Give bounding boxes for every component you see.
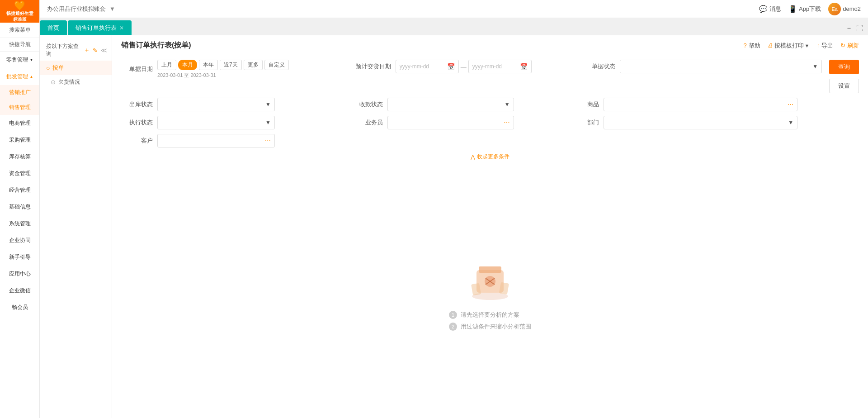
sidebar-item-wechat[interactable]: 企业微信 [0, 282, 39, 299]
tag-last-7[interactable]: 近7天 [220, 60, 242, 70]
collapse-panel-icon[interactable]: ≪ [100, 47, 107, 54]
export-label: 导出 [821, 42, 833, 50]
salesman-more-icon[interactable]: ··· [504, 119, 509, 127]
app-download-btn[interactable]: 📱 App下载 [788, 5, 821, 13]
goods-input[interactable]: ··· [604, 98, 797, 111]
edit-scheme-icon[interactable]: ✎ [93, 47, 98, 54]
date-to-input[interactable]: yyyy-mm-dd 📅 [468, 60, 532, 73]
tag-more[interactable]: 更多 [244, 60, 263, 70]
tip-num-1: 1 [449, 311, 457, 319]
tip-text-2: 用过滤条件来缩小分析范围 [461, 323, 531, 331]
tag-last-month[interactable]: 上月 [157, 60, 176, 70]
tag-this-year[interactable]: 本年 [199, 60, 218, 70]
collapse-btn[interactable]: ⋀ 收起更多条件 [121, 150, 859, 163]
query-button[interactable]: 查询 [829, 60, 859, 74]
sidebar-item-wholesale[interactable]: 批发管理 [0, 68, 39, 85]
dropdown-icon[interactable]: ▼ [109, 5, 115, 12]
print-dropdown-icon[interactable]: ▼ [805, 43, 810, 48]
sidebar-item-enterprise[interactable]: 企业协同 [0, 232, 39, 249]
sidebar-item-label: 资金管理 [9, 170, 31, 177]
page-content: 按以下方案查询 ＋ ✎ ≪ ○ 按单 ⊙ 欠货情况 销售订单执行表(按单) [40, 35, 868, 418]
calendar-from-icon[interactable]: 📅 [447, 63, 455, 70]
sidebar-item-ecommerce[interactable]: 电商管理 [0, 115, 39, 132]
sidebar-item-label: 批发管理 [6, 73, 28, 81]
tabbar-actions: － ⛶ [845, 24, 868, 35]
topbar-module: 办公用品行业模拟账套 ▼ [47, 5, 115, 13]
tag-custom[interactable]: 自定义 [264, 60, 289, 70]
tab-label: 销售订单执行表 [75, 24, 117, 32]
left-panel-icons: ＋ ✎ ≪ [84, 46, 107, 54]
sidebar-item-appstore[interactable]: 应用中心 [0, 266, 39, 282]
tab-close-icon[interactable]: ✕ [119, 25, 124, 31]
goods-label: 商品 [572, 100, 604, 109]
sidebar-item-label: 采购管理 [9, 136, 31, 144]
sidebar-item-marketing[interactable]: 营销推广 [0, 85, 39, 100]
user-label: demo2 [843, 5, 861, 12]
salesman-label: 业务员 [347, 119, 387, 127]
date-from-input[interactable]: yyyy-mm-dd 📅 [396, 60, 459, 73]
filter-area: 单据日期 上月 本月 本年 近7天 更多 自定义 2023-03-01 至 20… [112, 54, 868, 169]
sidebar-nav[interactable]: 快捷导航 [0, 38, 39, 52]
collapse-icon: ⋀ [471, 154, 475, 160]
sidebar-item-newbie[interactable]: 新手引导 [0, 249, 39, 266]
main-area: 办公用品行业模拟账套 ▼ 💬 消息 📱 App下载 Ea demo2 首页 销售… [40, 0, 868, 418]
payment-select[interactable]: ▼ [387, 98, 514, 111]
refresh-btn[interactable]: ↻ 刷新 [840, 42, 859, 50]
doc-status-select[interactable]: ▼ [620, 60, 822, 73]
settings-button[interactable]: 设置 [829, 79, 859, 93]
tip-num-2: 2 [449, 323, 457, 331]
goods-more-icon[interactable]: ··· [788, 100, 793, 109]
tag-current-month[interactable]: 本月 [178, 60, 197, 70]
date-range-group: yyyy-mm-dd 📅 — yyyy-mm-dd 📅 [396, 60, 532, 73]
add-scheme-icon[interactable]: ＋ [84, 46, 90, 54]
sidebar-item-inventory[interactable]: 库存核算 [0, 148, 39, 165]
sidebar-item-finance[interactable]: 资金管理 [0, 165, 39, 182]
left-panel-item-debt[interactable]: ⊙ 欠货情况 [40, 75, 112, 89]
dept-label: 部门 [572, 119, 604, 127]
sidebar-menu: 零售管理 批发管理 营销推广 销售管理 电商管理 采购管理 库存核算 资金管理 … [0, 52, 39, 316]
empty-illustration [463, 256, 517, 302]
exec-status-select[interactable]: ▼ [157, 116, 275, 129]
refresh-icon: ↻ [840, 42, 845, 49]
left-panel-item-press[interactable]: ○ 按单 [40, 61, 112, 75]
sidebar-item-purchase[interactable]: 采购管理 [0, 132, 39, 148]
customer-more-icon[interactable]: ··· [265, 137, 271, 145]
sidebar-search[interactable]: 搜索菜单 [0, 23, 39, 38]
sidebar-item-label: 库存核算 [9, 153, 31, 161]
outbound-select[interactable]: ▼ [157, 98, 275, 111]
exec-status-label: 执行状态 [121, 119, 157, 127]
sidebar-item-basic[interactable]: 基础信息 [0, 199, 39, 215]
sidebar-item-sales[interactable]: 销售管理 [0, 100, 39, 115]
export-btn[interactable]: ↑ 导出 [817, 42, 834, 50]
tab-sales-exec[interactable]: 销售订单执行表 ✕ [68, 20, 132, 35]
page-title: 销售订单执行表(按单) [121, 41, 191, 50]
customer-input[interactable]: ··· [157, 134, 275, 147]
user-menu[interactable]: Ea demo2 [828, 3, 861, 15]
doc-status-dropdown-icon: ▼ [812, 63, 818, 70]
sidebar-item-operation[interactable]: 经营管理 [0, 182, 39, 199]
payment-label: 收款状态 [347, 100, 387, 109]
logo-icon: 🧡 [14, 0, 25, 11]
tab-maximize-icon[interactable]: ⛶ [856, 24, 863, 33]
message-btn[interactable]: 💬 消息 [759, 5, 781, 13]
outbound-label: 出库状态 [121, 100, 157, 109]
tabbar: 首页 销售订单执行表 ✕ － ⛶ [40, 18, 868, 35]
tab-minimize-icon[interactable]: － [845, 24, 853, 33]
salesman-input[interactable]: ··· [387, 116, 514, 129]
help-btn[interactable]: ? 帮助 [743, 42, 760, 50]
sidebar-item-label: 营销推广 [9, 89, 31, 95]
dept-select[interactable]: ▼ [604, 116, 797, 129]
message-label: 消息 [769, 5, 781, 13]
sidebar-item-member[interactable]: 畅会员 [0, 299, 39, 316]
print-btn[interactable]: 🖨 按模板打印 ▼ [768, 42, 810, 50]
calendar-to-icon[interactable]: 📅 [520, 63, 528, 70]
app-download-label: App下载 [799, 5, 821, 13]
sidebar-item-retail[interactable]: 零售管理 [0, 52, 39, 68]
date-label: 单据日期 [121, 65, 157, 73]
app-icon: 📱 [788, 5, 797, 13]
tab-home[interactable]: 首页 [40, 20, 67, 35]
help-icon: ? [743, 42, 746, 49]
sidebar-item-system[interactable]: 系统管理 [0, 215, 39, 232]
date-range-text: 2023-03-01 至 2023-03-31 [157, 72, 289, 79]
sidebar-item-label: 零售管理 [6, 56, 28, 64]
